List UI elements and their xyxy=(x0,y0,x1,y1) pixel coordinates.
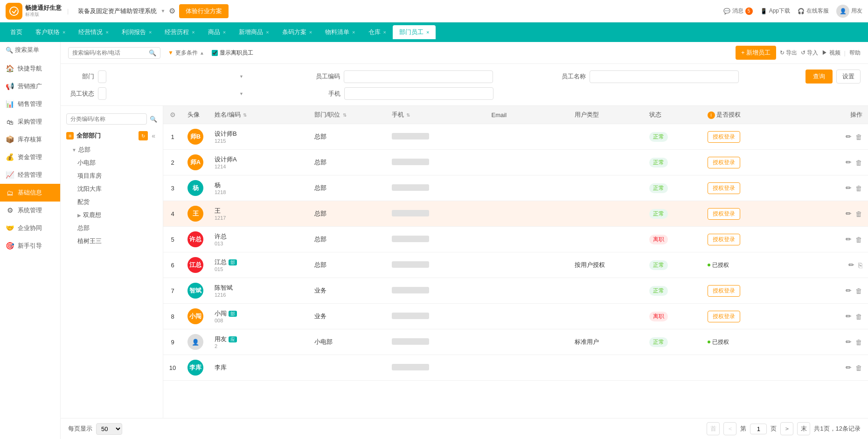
edit-button[interactable]: ✏ xyxy=(846,235,852,244)
tree-node-project-warehouse[interactable]: 项目库房 xyxy=(61,169,163,182)
sort-phone-icon[interactable]: ⇅ xyxy=(406,112,410,118)
settings-button[interactable]: 设置 xyxy=(836,70,861,84)
sidebar-item-basic[interactable]: 🗂 基础信息 xyxy=(0,184,60,202)
system-dropdown-icon[interactable]: ▼ xyxy=(160,8,165,14)
tab-dept-staff[interactable]: 部门员工× xyxy=(393,25,436,39)
query-button[interactable]: 查询 xyxy=(806,70,833,84)
edit-button[interactable]: ✏ xyxy=(846,158,852,167)
tab-warehouse[interactable]: 仓库× xyxy=(362,25,393,39)
search-input[interactable] xyxy=(72,49,147,56)
auth-login-button[interactable]: 授权登录 xyxy=(708,208,740,220)
show-leave-label[interactable]: 显示离职员工 xyxy=(212,49,253,57)
video-button[interactable]: ▶ 视频 xyxy=(822,49,840,57)
tree-node-plant-king[interactable]: 植树王三 xyxy=(61,235,163,248)
tab-home[interactable]: 首页 xyxy=(4,25,29,39)
tab-business[interactable]: 经营情况× xyxy=(72,25,115,39)
col-phone-header[interactable]: 手机 ⇅ xyxy=(386,106,486,124)
tab-profit[interactable]: 利润报告× xyxy=(115,25,158,39)
dept-all-button[interactable]: ≡ 全部部门 xyxy=(66,132,101,140)
search-box[interactable]: 🔍 xyxy=(68,47,160,59)
close-tab-barcode[interactable]: × xyxy=(309,29,312,35)
delete-button[interactable]: 🗑 xyxy=(855,338,862,346)
help-button[interactable]: 帮助 xyxy=(849,49,861,57)
sidebar-item-operation[interactable]: 📈 经营管理 xyxy=(0,166,60,184)
phone-input[interactable] xyxy=(344,87,493,100)
dept-select[interactable] xyxy=(98,70,106,83)
copy-button[interactable]: ⎘ xyxy=(858,261,862,269)
status-select[interactable] xyxy=(98,87,106,100)
sidebar-item-inventory[interactable]: 📦 库存核算 xyxy=(0,131,60,148)
experience-button[interactable]: 体验行业方案 xyxy=(179,4,229,18)
employee-code-input[interactable] xyxy=(344,70,493,83)
sidebar-item-sales[interactable]: 📊 销售管理 xyxy=(0,95,60,113)
sidebar-item-marketing[interactable]: 📢 营销推广 xyxy=(0,77,60,95)
tree-node-general[interactable]: ▼ 总部 xyxy=(61,143,163,156)
settings-icon[interactable]: ⚙ xyxy=(169,7,175,15)
next-page-button[interactable]: ＞ xyxy=(780,422,793,435)
sort-dept-icon[interactable]: ⇅ xyxy=(343,112,347,118)
close-tab-dept-staff[interactable]: × xyxy=(426,29,429,35)
delete-button[interactable]: 🗑 xyxy=(855,236,862,244)
auth-login-button[interactable]: 授权登录 xyxy=(708,311,740,322)
show-leave-checkbox[interactable] xyxy=(212,50,218,56)
close-tab-profit[interactable]: × xyxy=(149,29,152,35)
tree-node-small-elec[interactable]: 小电部 xyxy=(61,156,163,169)
dept-refresh-button[interactable]: ↻ xyxy=(139,131,148,140)
dept-search-input[interactable] xyxy=(66,113,147,125)
close-tab-material[interactable]: × xyxy=(352,29,355,35)
close-tab-customer[interactable]: × xyxy=(62,29,65,35)
sidebar-item-purchase[interactable]: 🛍 采购管理 xyxy=(0,113,60,131)
tree-node-general2[interactable]: 总部 xyxy=(61,222,163,235)
online-service-action[interactable]: 🎧 在线客服 xyxy=(798,7,829,15)
close-tab-warehouse[interactable]: × xyxy=(383,29,386,35)
col-gear[interactable]: ⚙ xyxy=(163,106,182,124)
tree-node-distribution[interactable]: 配货 xyxy=(61,195,163,209)
edit-button[interactable]: ✏ xyxy=(846,132,852,141)
tab-customer[interactable]: 客户联络× xyxy=(29,25,72,39)
app-download-action[interactable]: 📱 App下载 xyxy=(760,7,790,15)
delete-button[interactable]: 🗑 xyxy=(855,159,862,167)
tab-material[interactable]: 物料清单× xyxy=(319,25,361,39)
auth-login-button[interactable]: 授权登录 xyxy=(708,234,740,245)
edit-button[interactable]: ✏ xyxy=(846,363,852,372)
user-action[interactable]: 👤 用友 xyxy=(836,5,862,18)
col-dept-header[interactable]: 部门/职位 ⇅ xyxy=(309,106,386,124)
search-menu[interactable]: 🔍 搜索菜单 xyxy=(0,42,60,58)
delete-button[interactable]: 🗑 xyxy=(855,210,862,218)
prev-page-button[interactable]: ＜ xyxy=(723,422,736,435)
edit-button[interactable]: ✏ xyxy=(846,209,852,218)
last-page-button[interactable]: 末 xyxy=(797,422,810,435)
delete-button[interactable]: 🗑 xyxy=(855,184,862,192)
edit-button[interactable]: ✏ xyxy=(846,312,852,321)
import-button[interactable]: ↺ 导入 xyxy=(801,49,818,57)
first-page-button[interactable]: 首 xyxy=(707,422,720,435)
sidebar-item-system[interactable]: ⚙ 系统管理 xyxy=(0,202,60,219)
sidebar-item-guide[interactable]: 🎯 新手引导 xyxy=(0,237,60,255)
delete-button[interactable]: 🗑 xyxy=(855,364,862,372)
edit-button[interactable]: ✏ xyxy=(846,184,852,192)
tab-goods[interactable]: 商品× xyxy=(201,25,232,39)
dept-collapse-button[interactable]: « xyxy=(150,131,157,140)
delete-button[interactable]: 🗑 xyxy=(855,287,862,295)
close-tab-goods[interactable]: × xyxy=(223,29,226,35)
edit-button[interactable]: ✏ xyxy=(846,338,852,346)
per-page-select[interactable]: 50 100 xyxy=(96,423,122,435)
tab-barcode[interactable]: 条码方案× xyxy=(276,25,319,39)
sidebar-item-collab[interactable]: 🤝 企业协同 xyxy=(0,219,60,237)
close-tab-business[interactable]: × xyxy=(105,29,108,35)
dept-search-icon[interactable]: 🔍 xyxy=(150,116,157,123)
tab-history[interactable]: 经营历程× xyxy=(158,25,201,39)
auth-login-button[interactable]: 授权登录 xyxy=(708,285,740,297)
tab-add-goods[interactable]: 新增商品× xyxy=(232,25,275,39)
auth-login-button[interactable]: 授权登录 xyxy=(708,182,740,194)
page-input[interactable] xyxy=(750,424,767,434)
edit-button[interactable]: ✏ xyxy=(848,261,854,269)
close-tab-add-goods[interactable]: × xyxy=(266,29,269,35)
delete-button[interactable]: 🗑 xyxy=(855,133,862,141)
sidebar-item-finance[interactable]: 💰 资金管理 xyxy=(0,148,60,166)
add-employee-button[interactable]: + 新增员工 xyxy=(736,46,776,60)
auth-login-button[interactable]: 授权登录 xyxy=(708,131,740,143)
tree-node-shenyang[interactable]: 沈阳大库 xyxy=(61,182,163,195)
table-gear-icon[interactable]: ⚙ xyxy=(170,111,176,118)
filter-more-button[interactable]: ▼ 更多条件 ▲ xyxy=(164,47,208,59)
